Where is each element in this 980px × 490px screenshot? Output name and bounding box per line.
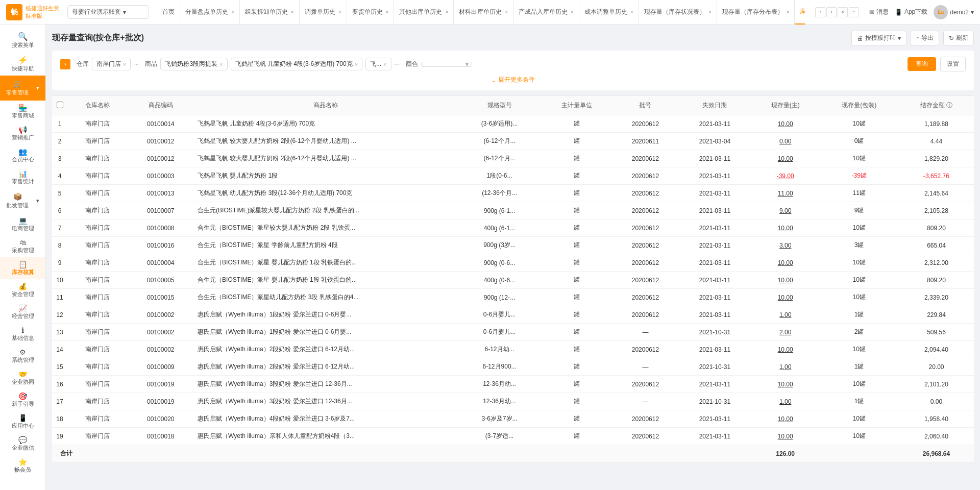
close-tab-split-stock[interactable]: × bbox=[231, 9, 234, 15]
cell-qty-main[interactable]: 10.00 bbox=[751, 115, 819, 133]
warehouse-tag[interactable]: 南岸门店 × bbox=[92, 58, 131, 70]
footer-qty-main: 126.00 bbox=[751, 445, 819, 462]
sidebar-item-inventory[interactable]: 📋 库存核算 bbox=[0, 257, 45, 279]
tab-want[interactable]: 要货单历史× bbox=[347, 0, 395, 24]
tab-material-out[interactable]: 材料出库单历史× bbox=[454, 0, 513, 24]
cell-qty-main[interactable]: -39.00 bbox=[751, 167, 819, 185]
close-tab-material-out[interactable]: × bbox=[505, 9, 508, 15]
tab-stock-status[interactable]: 现存量（库存状况表）× bbox=[639, 0, 717, 24]
account-selector[interactable]: 母婴行业演示账套 ▾ bbox=[67, 5, 149, 19]
export-btn[interactable]: ↑ 导出 bbox=[911, 31, 939, 45]
cell-qty-main[interactable]: 3.00 bbox=[751, 237, 819, 254]
close-tab-product-in[interactable]: × bbox=[571, 9, 574, 15]
tab-prev-btn[interactable]: ‹ bbox=[815, 7, 825, 17]
tab-stock-dist[interactable]: 现存量（库存分布表）× bbox=[717, 0, 795, 24]
cell-amount: 665.04 bbox=[899, 237, 974, 254]
message-btn[interactable]: ✉ 消息 bbox=[869, 8, 889, 16]
cell-unit: 罐 bbox=[541, 428, 612, 445]
tab-other-out[interactable]: 其他出库单历史× bbox=[394, 0, 454, 24]
filter-expand-btn[interactable]: › bbox=[60, 59, 70, 69]
expand-more-btn[interactable]: ⌄ 展开更多条件 bbox=[491, 76, 535, 84]
cell-qty-pkg: 1罐 bbox=[819, 393, 899, 410]
cell-qty-main[interactable]: 2.00 bbox=[751, 324, 819, 341]
cell-amount: 229.84 bbox=[899, 306, 974, 324]
cell-qty-main[interactable]: 0.00 bbox=[751, 133, 819, 150]
close-tab-want[interactable]: × bbox=[386, 9, 389, 15]
tab-product-in[interactable]: 产成品入库单历史× bbox=[513, 0, 579, 24]
cell-qty-main[interactable]: 1.00 bbox=[751, 306, 819, 324]
tab-menu-btn[interactable]: ≡ bbox=[849, 7, 859, 17]
cell-qty-main[interactable]: 10.00 bbox=[751, 341, 819, 358]
close-tab-other-out[interactable]: × bbox=[445, 9, 448, 15]
tab-dismantle[interactable]: 组装拆卸单历史× bbox=[240, 0, 300, 24]
app-download-btn[interactable]: 📱 App下载 bbox=[895, 8, 927, 16]
print-btn[interactable]: 🖨 按模板打印 ▾ bbox=[851, 31, 906, 45]
product-tag-3-close[interactable]: × bbox=[383, 61, 386, 67]
sidebar-item-wholesale[interactable]: 📦 批发管理 ▾ bbox=[0, 188, 45, 213]
close-tab-mix[interactable]: × bbox=[338, 9, 341, 15]
table-row: 4 南岸门店 00100003 飞鹤星飞帆 婴儿配方奶粉 1段 1段(0-6..… bbox=[52, 167, 974, 185]
close-tab-dismantle[interactable]: × bbox=[291, 9, 294, 15]
user-menu[interactable]: Ea demo2 ▾ bbox=[934, 5, 974, 19]
cell-code: 00100016 bbox=[128, 237, 194, 254]
sidebar-item-members[interactable]: 👥 会员中心 bbox=[0, 144, 45, 166]
close-tab-stock-status[interactable]: × bbox=[708, 9, 712, 15]
sidebar-item-finance[interactable]: 💰 资金管理 bbox=[0, 279, 45, 301]
cell-qty-main[interactable]: 9.00 bbox=[751, 202, 819, 219]
sidebar-item-ecommerce[interactable]: 💻 电商管理 bbox=[0, 213, 45, 235]
tab-mix[interactable]: 调拨单历史× bbox=[300, 0, 347, 24]
warehouse-tag-close[interactable]: × bbox=[123, 61, 126, 67]
sidebar-item-operations[interactable]: 📈 经营管理 bbox=[0, 301, 45, 323]
product-tag-2-close[interactable]: × bbox=[355, 61, 358, 67]
cell-expire: 2021-03-11 bbox=[678, 237, 751, 254]
product-tag-1[interactable]: 飞鹤奶粉3段两提装 × bbox=[160, 58, 227, 70]
product-filter: 商品 飞鹤奶粉3段两提装 × 飞鹤星飞帆 儿童奶粉 4段(3-6岁适用) 700… bbox=[145, 58, 399, 70]
sidebar-item-vip[interactable]: ⭐ 畅会员 bbox=[0, 455, 45, 477]
cell-qty-main[interactable]: 10.00 bbox=[751, 410, 819, 428]
tab-home[interactable]: 首页 bbox=[157, 0, 180, 24]
sidebar-item-retail[interactable]: 🛒 零售管理 ▾ bbox=[0, 76, 45, 101]
cell-qty-main[interactable]: 10.00 bbox=[751, 428, 819, 445]
cell-qty-main[interactable]: 10.00 bbox=[751, 254, 819, 272]
tab-split-stock[interactable]: 分量盘点单历史× bbox=[180, 0, 240, 24]
sidebar-item-retail-stats[interactable]: 📊 零售统计 bbox=[0, 166, 45, 188]
product-tag-3[interactable]: 飞... × bbox=[365, 58, 391, 70]
sidebar-item-quick-nav[interactable]: ⚡ 快捷导航 bbox=[0, 52, 45, 76]
cell-qty-main[interactable]: 1.00 bbox=[751, 358, 819, 376]
cell-qty-pkg: 1罐 bbox=[819, 358, 899, 376]
sidebar-item-basic[interactable]: ℹ 基础信息 bbox=[0, 323, 45, 345]
cell-warehouse: 南岸门店 bbox=[67, 133, 128, 150]
sidebar-item-app-center[interactable]: 📱 应用中心 bbox=[0, 411, 45, 433]
product-tag-2[interactable]: 飞鹤星飞帆 儿童奶粉 4段(3-6岁适用) 700克 × bbox=[231, 58, 362, 70]
page-title: 现存量查询(按仓库+批次) bbox=[52, 33, 144, 43]
tab-batch-voucher[interactable]: 库存批次账× bbox=[795, 0, 805, 24]
cell-code: 00100015 bbox=[128, 289, 194, 306]
select-all-checkbox[interactable] bbox=[57, 102, 63, 108]
close-tab-stock-dist[interactable]: × bbox=[787, 9, 790, 15]
query-btn[interactable]: 查询 bbox=[908, 57, 936, 71]
cell-qty-main[interactable]: 10.00 bbox=[751, 219, 819, 237]
cell-qty-main[interactable]: 10.00 bbox=[751, 289, 819, 306]
settings-btn[interactable]: 设置 bbox=[940, 57, 966, 71]
tab-cost-adjust[interactable]: 成本调整单历史× bbox=[579, 0, 639, 24]
cell-no: 1 bbox=[52, 115, 67, 133]
sidebar-item-guide[interactable]: 🎯 新手引导 bbox=[0, 389, 45, 411]
sidebar-item-system[interactable]: ⚙ 系统管理 bbox=[0, 345, 45, 367]
close-tab-cost-adjust[interactable]: × bbox=[630, 9, 633, 15]
cell-qty-main[interactable]: 10.00 bbox=[751, 272, 819, 289]
sidebar-item-purchase[interactable]: 🛍 采购管理 bbox=[0, 235, 45, 257]
sidebar-item-marketing[interactable]: 📢 营销推广 bbox=[0, 122, 45, 144]
tab-close-btn[interactable]: × bbox=[838, 7, 848, 17]
sidebar-item-search[interactable]: 🔍 搜索英单 bbox=[0, 29, 45, 52]
sidebar-item-retail-mall[interactable]: 🏪 零售商城 bbox=[0, 101, 45, 122]
color-input[interactable]: ▾ bbox=[421, 62, 472, 67]
cell-qty-main[interactable]: 1.00 bbox=[751, 393, 819, 410]
cell-qty-main[interactable]: 11.00 bbox=[751, 185, 819, 202]
tab-next-btn[interactable]: › bbox=[826, 7, 837, 17]
sidebar-item-enterprise-wechat[interactable]: 💬 企业微信 bbox=[0, 433, 45, 455]
cell-qty-main[interactable]: 10.00 bbox=[751, 376, 819, 393]
refresh-btn[interactable]: ↻ 刷新 bbox=[943, 31, 974, 45]
sidebar-item-enterprise[interactable]: 🤝 企业协同 bbox=[0, 367, 45, 389]
cell-qty-main[interactable]: 10.00 bbox=[751, 150, 819, 167]
product-tag-1-close[interactable]: × bbox=[219, 61, 223, 67]
